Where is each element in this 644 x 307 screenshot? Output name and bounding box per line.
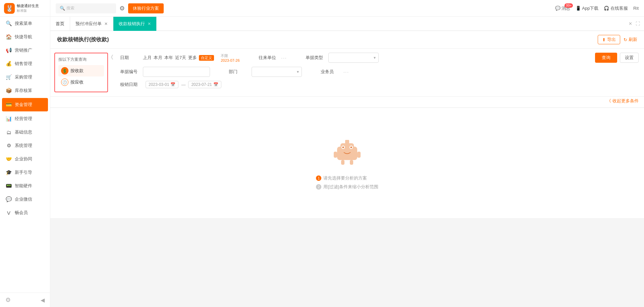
date-no-limit: 不限	[221, 53, 239, 58]
tab-receipt-offset-label: 收款核销执行	[119, 21, 145, 27]
sidebar-icon-operations: 📊	[5, 115, 12, 122]
page-title: 收款核销执行(按收款)	[57, 36, 109, 43]
sidebar-item-operations[interactable]: 📊经营管理	[0, 112, 50, 125]
svg-rect-7	[334, 152, 337, 158]
verify-start-date-value: 2023-03-01	[149, 82, 169, 87]
sidebar-label-purchase: 采购管理	[15, 74, 32, 80]
svg-point-6	[351, 147, 352, 148]
verify-end-date-value: 2023-07-21	[191, 82, 212, 87]
dept-label: 部门	[229, 69, 246, 75]
topbar-right: 💬 消息 99+ 📱 App下载 🎧 在线客服 Rit	[555, 5, 639, 11]
sidebar-label-guide: 新手引导	[15, 169, 32, 175]
message-badge[interactable]: 💬 消息 99+	[555, 5, 571, 11]
by-receivable-label: 按应收	[70, 79, 84, 85]
collapse-more-label: 收起更多条件	[612, 98, 639, 104]
export-button[interactable]: ⬆ 导出	[598, 35, 620, 44]
date-last-month[interactable]: 上月	[143, 55, 152, 61]
filter-option-by-receivable[interactable]: 🕐 按应收	[58, 76, 104, 88]
by-receipt-label: 按收款	[70, 68, 84, 74]
docno-input[interactable]	[143, 67, 210, 77]
tab-prepayment[interactable]: 预付冲应付单 ✕	[70, 17, 113, 31]
tab-prepayment-close[interactable]: ✕	[104, 21, 108, 26]
by-receipt-icon: 💲	[61, 67, 68, 74]
topbar-settings-icon[interactable]: ⚙	[119, 5, 125, 12]
online-service-label: 在线客服	[610, 6, 628, 11]
svg-point-5	[342, 147, 344, 148]
expand-tab-icon[interactable]: ⛶	[636, 21, 640, 26]
app-download-link[interactable]: 📱 App下载	[576, 5, 598, 11]
empty-state-icon	[330, 135, 364, 168]
sidebar: 🐰 畅捷通好生意 标准版 🔍搜索菜单🏠快捷导航📢营销推广💰销售管理🛒采购管理📦库…	[0, 0, 50, 307]
date-custom-badge[interactable]: 自定义	[199, 55, 214, 61]
sidebar-item-quicknav[interactable]: 🏠快捷导航	[0, 30, 50, 44]
sidebar-item-vip[interactable]: V畅会员	[0, 206, 50, 219]
date-this-month[interactable]: 本月	[154, 55, 162, 61]
sidebar-label-finance: 资金管理	[15, 102, 32, 108]
svg-rect-9	[341, 160, 344, 165]
sidebar-item-marketing[interactable]: 📢营销推广	[0, 44, 50, 57]
date-this-year[interactable]: 本年	[164, 55, 173, 61]
sidebar-icon-sales: 💰	[5, 60, 12, 67]
sidebar-label-vip: 畅会员	[15, 210, 28, 216]
empty-tip-1: 1 请先选择要分析的方案	[316, 174, 378, 183]
sidebar-item-finance[interactable]: 💳资金管理	[2, 98, 48, 111]
verify-start-date-input[interactable]: 2023-03-01 📅	[146, 81, 178, 88]
doc-type-chevron: ▾	[374, 55, 376, 60]
verify-end-date-input[interactable]: 2023-07-21 📅	[188, 81, 221, 88]
close-tab-icon[interactable]: ✕	[629, 21, 632, 26]
sidebar-item-basicinfo[interactable]: 🗂基础信息	[0, 125, 50, 139]
filter-collapse-icon[interactable]: 《	[108, 49, 115, 96]
sidebar-item-collab[interactable]: 🤝企业协同	[0, 152, 50, 166]
tip2-num: 2	[316, 184, 321, 190]
sidebar-label-basicinfo: 基础信息	[15, 129, 32, 135]
collapse-sidebar-icon[interactable]: ◀	[41, 297, 45, 303]
topbar-search-display: 🔍 搜索	[56, 3, 116, 13]
empty-tip-2: 2 用[过滤]条件来缩小分析范围	[316, 183, 378, 191]
tab-receipt-offset[interactable]: 收款核销执行 ✕	[113, 17, 157, 31]
sidebar-icon-collab: 🤝	[5, 156, 12, 162]
filter-option-by-receipt[interactable]: 💲 按收款	[58, 65, 104, 76]
collapse-more-button[interactable]: 《 收起更多条件	[607, 98, 639, 104]
online-service-link[interactable]: 🎧 在线客服	[604, 5, 628, 11]
topbar-left: 🔍 搜索 ⚙ 休验行业方案	[56, 3, 164, 13]
sidebar-item-wechat[interactable]: 💬企业微信	[0, 193, 50, 206]
tab-home-label: 首页	[56, 21, 64, 27]
sidebar-icon-purchase: 🛒	[5, 74, 12, 81]
user-info[interactable]: Rit	[633, 6, 639, 11]
tab-receipt-offset-close[interactable]: ✕	[148, 21, 151, 26]
tab-actions: ✕ ⛶	[625, 21, 644, 26]
dept-select[interactable]: ▾	[252, 67, 302, 77]
docno-label: 单据编号	[120, 69, 138, 75]
refresh-button[interactable]: ↻ 刷新	[624, 35, 637, 44]
empty-state: 1 请先选择要分析的方案 2 用[过滤]条件来缩小分析范围	[50, 108, 644, 218]
svg-rect-2	[345, 140, 349, 144]
sidebar-item-inventory[interactable]: 📦库存核算	[0, 84, 50, 97]
svg-rect-8	[357, 152, 361, 158]
date-separator: —	[181, 82, 185, 87]
industry-solution-button[interactable]: 休验行业方案	[128, 3, 164, 13]
sidebar-icon-quicknav: 🏠	[5, 34, 12, 40]
page-header: 收款核销执行(按收款) ⬆ 导出 ↻ 刷新	[50, 31, 644, 49]
sidebar-item-guide[interactable]: 🎓新手引导	[0, 166, 50, 179]
sidebar-item-search[interactable]: 🔍搜索菜单	[0, 17, 50, 30]
filter-settings-button[interactable]: 设置	[620, 53, 639, 63]
tab-home[interactable]: 首页	[50, 17, 70, 31]
salesperson-input-dots[interactable]: ···	[343, 69, 349, 74]
sidebar-item-sales[interactable]: 💰销售管理	[0, 57, 50, 70]
doc-type-select[interactable]: ▾	[328, 53, 379, 63]
sidebar-item-hardware[interactable]: 📟智能硬件	[0, 179, 50, 193]
date-more[interactable]: 更多	[188, 55, 197, 61]
sidebar-label-hardware: 智能硬件	[15, 183, 32, 189]
collapse-more-area: 《 收起更多条件	[50, 97, 644, 108]
tip1-text: 请先选择要分析的方案	[323, 174, 367, 183]
settings-icon[interactable]: ⚙	[5, 296, 11, 304]
partner-input-dots[interactable]: ···	[281, 55, 287, 60]
date-last-7-days[interactable]: 近7天	[175, 55, 186, 61]
query-button[interactable]: 查询	[595, 53, 617, 63]
verify-date-label: 核销日期	[120, 82, 138, 88]
filter-row-verify-date: 核销日期 2023-03-01 📅 — 2023-07-21 📅	[120, 81, 639, 88]
dept-chevron: ▾	[297, 69, 299, 74]
sidebar-item-sysadmin[interactable]: ⚙系统管理	[0, 139, 50, 152]
sidebar-footer: ⚙ ◀	[0, 293, 50, 307]
sidebar-item-purchase[interactable]: 🛒采购管理	[0, 70, 50, 84]
